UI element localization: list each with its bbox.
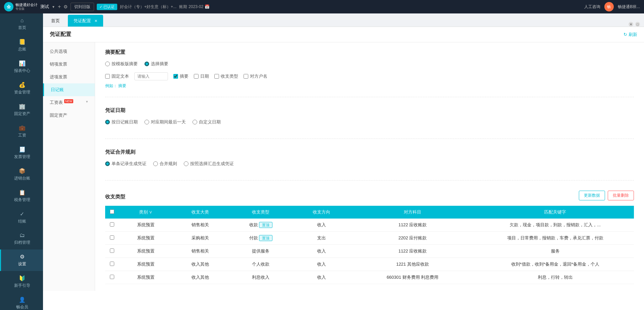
radio-template[interactable]: 按模板版摘要 bbox=[105, 61, 138, 67]
update-data-button[interactable]: 更新数据 bbox=[579, 191, 605, 200]
row-category: 系统预置 bbox=[119, 258, 173, 271]
tab-voucher-config[interactable]: 凭证配置 ✕ bbox=[68, 15, 103, 27]
date-checkbox-label[interactable]: 日期 bbox=[194, 73, 209, 79]
sidebar-icon-funds: 💰 bbox=[19, 82, 26, 88]
sidebar-icon-tax: 📋 bbox=[19, 189, 26, 196]
row-checkbox-cell bbox=[105, 232, 119, 245]
row-checkbox-4[interactable] bbox=[110, 275, 114, 279]
type-tag[interactable]: 置顶 bbox=[259, 222, 272, 228]
type-tag[interactable]: 置顶 bbox=[259, 235, 272, 241]
sidebar-label-report: 报表中心 bbox=[14, 68, 30, 74]
tab-bar: 首页 凭证配置 ✕ ✕ □ bbox=[43, 13, 644, 27]
sidebar-item-salary[interactable]: 💼 工资 bbox=[0, 121, 43, 142]
row-checkbox-cell bbox=[105, 219, 119, 232]
sidenav-item-journal[interactable]: 日记账 bbox=[43, 83, 95, 96]
top-bar-center: 测试 ▼ + ⚙ 切到旧版 ✓ 已认证 好会计（专）+好生意（标）+... 账期… bbox=[40, 3, 582, 11]
row-checkbox-2[interactable] bbox=[110, 248, 114, 253]
radio-select[interactable]: 选择摘要 bbox=[144, 61, 168, 67]
batch-delete-button[interactable]: 批量删除 bbox=[608, 191, 634, 200]
sidebar-item-guide[interactable]: 🔰 新手引导 bbox=[0, 271, 43, 293]
row-direction: 收入 bbox=[294, 219, 349, 232]
tags-info: 好会计（专）+好生意（标）+... bbox=[120, 4, 176, 10]
table-row: 系统预置 采购相关 付款 置顶 支出 2202 应付账款 项目，日常费用，报销款… bbox=[105, 232, 634, 245]
settings-icon[interactable]: ⚙ bbox=[63, 4, 68, 9]
scroll-content: 公共选项销项发票进项发票日记账工资表NEW▾固定资产 摘要配置 按模板版摘要 bbox=[43, 42, 644, 310]
table-row: 系统预置 销售相关 提供服务 收入 1122 应收账款 服务 bbox=[105, 245, 634, 258]
date-checkbox[interactable] bbox=[194, 74, 199, 79]
sidebar-item-invoice[interactable]: 🧾 发票管理 bbox=[0, 142, 43, 164]
sidebar-item-funds[interactable]: 💰 资金管理 bbox=[0, 78, 43, 99]
sidebar-item-member[interactable]: 👤 畅会员 bbox=[0, 293, 43, 310]
row-major-type: 采购相关 bbox=[173, 232, 227, 245]
sidebar-label-ledger: 总账 bbox=[18, 46, 26, 52]
sidebar-label-settings: 设置 bbox=[18, 261, 26, 267]
consult-button[interactable]: 人工咨询 bbox=[584, 4, 600, 10]
row-checkbox-0[interactable] bbox=[110, 222, 114, 227]
top-bar-right: 人工咨询 畅 畅捷通B班... bbox=[584, 2, 640, 11]
fixed-text-input[interactable] bbox=[134, 72, 168, 80]
checkbox-row: 固定文本 摘要 日期 bbox=[105, 72, 634, 80]
radio-last-day[interactable]: 对应期间最后一天 bbox=[144, 119, 186, 125]
type-checkbox-label[interactable]: 收支类型 bbox=[214, 73, 238, 79]
table-row: 系统预置 收入其他 个人收款 收入 1221 其他应收款 收到*借款，收到*备用… bbox=[105, 258, 634, 271]
row-keywords: 服务 bbox=[476, 245, 634, 258]
summary-title: 摘要配置 bbox=[105, 49, 634, 55]
window-expand-button[interactable]: □ bbox=[635, 22, 640, 27]
sidenav-item-sales-invoice[interactable]: 销项发票 bbox=[43, 58, 95, 71]
radio-custom-date[interactable]: 自定义日期 bbox=[192, 119, 221, 125]
select-all-checkbox[interactable] bbox=[110, 209, 114, 214]
sidebar-label-tax: 税务管理 bbox=[14, 197, 30, 203]
party-checkbox-label[interactable]: 对方户名 bbox=[244, 73, 267, 79]
tab-close-icon[interactable]: ✕ bbox=[94, 19, 97, 23]
sidebar-icon-purchase: 📦 bbox=[19, 168, 26, 174]
row-category: 系统预置 bbox=[119, 271, 173, 284]
row-checkbox-1[interactable] bbox=[110, 235, 114, 240]
sidebar-item-tax[interactable]: 📋 税务管理 bbox=[0, 185, 43, 207]
sidebar-icon-report: 📊 bbox=[19, 60, 26, 67]
type-checkbox[interactable] bbox=[214, 74, 219, 79]
logo: 会 畅捷通好会计 专业版 bbox=[4, 2, 38, 11]
summary-section: 摘要配置 按模板版摘要 选择摘要 bbox=[105, 49, 634, 97]
radio-single[interactable]: 单条记录生成凭证 bbox=[105, 161, 146, 167]
calendar-icon[interactable]: 📅 bbox=[205, 4, 210, 9]
sidenav-item-payroll-table[interactable]: 工资表NEW▾ bbox=[43, 96, 95, 109]
sidebar: ⌂ 首页 📒 总账 📊 报表中心 💰 资金管理 🏢 固定资产 💼 工资 🧾 发票… bbox=[0, 13, 43, 310]
row-checkbox-cell bbox=[105, 245, 119, 258]
fixed-text-label[interactable]: 固定文本 bbox=[105, 73, 129, 79]
company-dropdown-icon[interactable]: ▼ bbox=[52, 5, 55, 9]
summary-checkbox-label[interactable]: 摘要 bbox=[173, 73, 188, 79]
party-checkbox[interactable] bbox=[244, 74, 248, 79]
fixed-text-checkbox[interactable] bbox=[105, 74, 110, 79]
sidebar-item-settings[interactable]: ⚙ 设置 bbox=[0, 249, 43, 271]
window-close-button[interactable]: ✕ bbox=[629, 22, 633, 27]
row-checkbox-cell bbox=[105, 271, 119, 284]
summary-checkbox[interactable] bbox=[173, 74, 178, 79]
config-layout: 公共选项销项发票进项发票日记账工资表NEW▾固定资产 摘要配置 按模板版摘要 bbox=[43, 42, 644, 291]
sidebar-item-settle[interactable]: ✓ 结账 bbox=[0, 207, 43, 228]
refresh-button[interactable]: ↻ 刷新 bbox=[624, 32, 637, 38]
row-type: 收款 置顶 bbox=[227, 219, 294, 232]
row-subject: 660301 财务费用 利息费用 bbox=[349, 271, 476, 284]
sidebar-icon-home: ⌂ bbox=[20, 17, 24, 24]
sidebar-label-archive: 归档管理 bbox=[14, 240, 30, 245]
switch-version-button[interactable]: 切到旧版 bbox=[71, 3, 94, 11]
sidebar-label-purchase: 进销台账 bbox=[14, 176, 30, 181]
radio-merge[interactable]: 合并规则 bbox=[153, 161, 177, 167]
add-icon[interactable]: + bbox=[58, 4, 61, 10]
sidebar-item-home[interactable]: ⌂ 首页 bbox=[0, 13, 43, 35]
page-header: 凭证配置 ↻ 刷新 bbox=[43, 27, 644, 42]
sidenav-item-public[interactable]: 公共选项 bbox=[43, 45, 95, 58]
th-subject: 对方科目 bbox=[349, 206, 476, 219]
sidebar-item-assets[interactable]: 🏢 固定资产 bbox=[0, 99, 43, 121]
radio-selected-total[interactable]: 按照选择汇总生成凭证 bbox=[184, 161, 234, 167]
row-checkbox-3[interactable] bbox=[110, 262, 114, 266]
sidebar-item-purchase[interactable]: 📦 进销台账 bbox=[0, 164, 43, 185]
tab-home[interactable]: 首页 bbox=[46, 15, 65, 27]
sidenav-item-purchase-invoice[interactable]: 进项发票 bbox=[43, 71, 95, 83]
sidebar-item-report[interactable]: 📊 报表中心 bbox=[0, 56, 43, 78]
sidenav-item-fixed-assets[interactable]: 固定资产 bbox=[43, 109, 95, 122]
main-layout: ⌂ 首页 📒 总账 📊 报表中心 💰 资金管理 🏢 固定资产 💼 工资 🧾 发票… bbox=[0, 13, 644, 310]
radio-journal-date[interactable]: 按日记账日期 bbox=[105, 119, 138, 125]
sidebar-item-archive[interactable]: 🗂 归档管理 bbox=[0, 228, 43, 249]
sidebar-item-ledger[interactable]: 📒 总账 bbox=[0, 35, 43, 56]
